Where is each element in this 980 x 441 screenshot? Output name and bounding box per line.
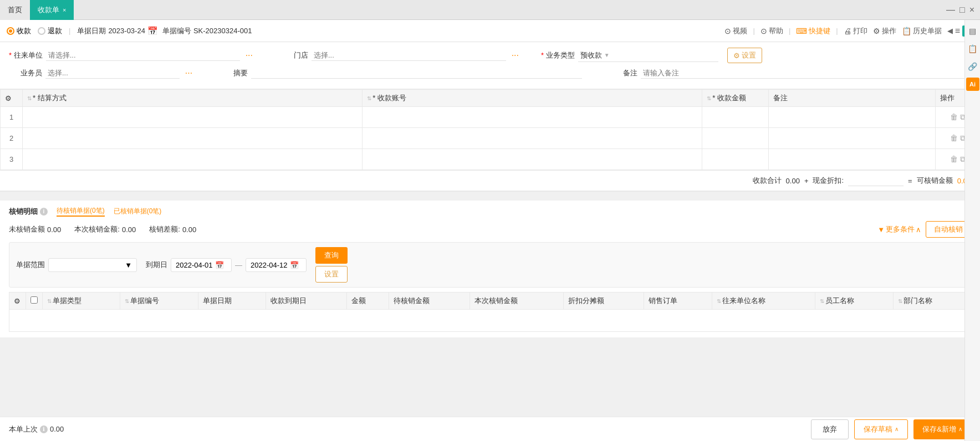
history-icon: 📋	[902, 27, 911, 35]
store-more-btn[interactable]: ···	[512, 50, 519, 60]
row1-settle[interactable]	[23, 107, 363, 128]
filter-icon: ▼	[877, 225, 885, 234]
minimize-btn[interactable]: —	[946, 5, 955, 15]
plus-sign: +	[804, 177, 809, 185]
date-from-input[interactable]: 2022-04-01 📅	[171, 258, 232, 272]
reconcile-actions: ▼ 更多条件 ∧ 自动核销	[877, 221, 971, 238]
print-btn[interactable]: 🖨 打印	[844, 26, 867, 36]
range-select[interactable]: ▼	[48, 258, 137, 272]
bt-col-gear[interactable]: ⚙	[9, 293, 26, 310]
operation-btn[interactable]: ⚙ 操作	[873, 26, 896, 36]
col-amount-label: * 收款金额	[712, 93, 746, 103]
business-type-field: 业务类型 预收款 ▼	[541, 49, 718, 62]
reconcile-section: 核销明细 i 待核销单据(0笔) 已核销单据(0笔) 未核销金额 0.00 本次…	[0, 201, 980, 337]
staff-input[interactable]	[45, 68, 180, 79]
shortcut-btn[interactable]: ⌨ 快捷键	[796, 26, 830, 36]
row1-remark[interactable]	[769, 107, 936, 128]
row2-amount[interactable]	[702, 128, 769, 149]
right-sidebar: ▤ 📋 🔗 Ai	[964, 20, 980, 441]
form-row-1: 往来单位 ··· 门店 ··· 业务类型 预收款 ▼ ⚙ 设置	[9, 48, 971, 63]
row-num-2: 2	[1, 128, 23, 149]
col-gear[interactable]: ⚙	[1, 90, 23, 107]
row1-amount[interactable]	[702, 107, 769, 128]
staff-more-btn[interactable]: ···	[185, 68, 192, 78]
radio-receive-label: 收款	[17, 26, 31, 36]
sidebar-table-icon[interactable]: ▤	[966, 24, 979, 38]
col-amount: ⇅ * 收款金额	[702, 90, 769, 107]
bt-col-sales: 销售订单	[644, 293, 712, 310]
row3-remark[interactable]	[769, 149, 936, 170]
number-value: SK-20230324-001	[193, 27, 252, 35]
business-type-select[interactable]: 预收款 ▼	[578, 49, 718, 62]
bt-date-label: 单据日期	[203, 296, 232, 305]
calendar-icon[interactable]: 📅	[147, 26, 158, 36]
counterpart-input[interactable]	[46, 50, 240, 61]
bt-col-amount: 金额	[346, 293, 389, 310]
close-btn[interactable]: ×	[969, 5, 974, 15]
more-conditions-btn[interactable]: ▼ 更多条件 ∧	[877, 224, 921, 234]
radio-receive[interactable]: 收款	[7, 26, 31, 36]
summary-label: 摘要	[215, 68, 248, 78]
col-operation-label: 操作	[940, 94, 955, 102]
counterpart-more-btn[interactable]: ···	[246, 50, 253, 60]
range-field: 单据范围 ▼	[16, 258, 137, 272]
sidebar-doc-icon[interactable]: 📋	[966, 42, 979, 55]
pending-tab[interactable]: 待核销单据(0笔)	[57, 206, 105, 217]
nav-left-icon[interactable]: ◀	[947, 27, 953, 35]
select-all-checkbox[interactable]	[30, 296, 38, 304]
discount-input[interactable]	[848, 175, 904, 186]
col-settle-label: * 结算方式	[33, 93, 67, 103]
store-input[interactable]	[312, 50, 506, 61]
row3-account[interactable]	[363, 149, 702, 170]
current-tab-label: 收款单	[38, 5, 59, 15]
settings-btn[interactable]: ⚙ 设置	[727, 48, 762, 63]
list-view-icon[interactable]: ≡	[955, 26, 960, 36]
row3-amount[interactable]	[702, 149, 769, 170]
form-row-2: 业务员 ··· 摘要 备注	[9, 68, 971, 79]
bt-sales-label: 销售订单	[649, 296, 677, 305]
row-num-1: 1	[1, 107, 23, 128]
draft-btn[interactable]: 保存草稿 ∧	[854, 419, 908, 439]
filter-settings-label: 设置	[324, 270, 339, 278]
save-new-btn[interactable]: 保存&新增 ∧	[913, 419, 971, 439]
footer-info-icon[interactable]: ℹ	[40, 425, 48, 433]
row2-settle[interactable]	[23, 128, 363, 149]
query-btn[interactable]: 查询	[315, 247, 348, 264]
history-btn[interactable]: 📋 历史单据	[902, 26, 942, 36]
bt-dept-label: 部门名称	[904, 296, 932, 306]
summary-input[interactable]	[251, 68, 581, 79]
abandon-btn[interactable]: 放弃	[811, 419, 849, 439]
tab-home[interactable]: 首页	[0, 0, 30, 20]
separator2: |	[753, 27, 754, 35]
calendar-to-icon: 📅	[290, 261, 299, 269]
row1-delete-icon[interactable]: 🗑	[950, 112, 958, 122]
help-btn[interactable]: ⊙ 帮助	[760, 26, 783, 36]
bt-col-pending: 待核销金额	[389, 293, 470, 310]
col-account-label: * 收款账号	[372, 93, 406, 103]
bt-col-staff: ⇅ 员工名称	[815, 293, 893, 310]
video-btn[interactable]: ⊙ 视频	[724, 26, 747, 36]
row2-delete-icon[interactable]: 🗑	[950, 134, 958, 143]
bt-empty-cell	[9, 310, 971, 332]
save-arrow-icon: ∧	[958, 426, 962, 432]
maximize-btn[interactable]: □	[959, 5, 965, 15]
operation-icon: ⚙	[873, 27, 880, 35]
row1-account[interactable]	[363, 107, 702, 128]
sidebar-link-icon[interactable]: 🔗	[966, 60, 979, 73]
filter-settings-btn[interactable]: 设置	[315, 266, 348, 283]
range-dropdown-icon: ▼	[125, 261, 132, 269]
abandon-label: 放弃	[823, 425, 837, 433]
date-to-input[interactable]: 2022-04-12 📅	[246, 258, 307, 272]
row2-account[interactable]	[363, 128, 702, 149]
row3-delete-icon[interactable]: 🗑	[950, 155, 958, 164]
radio-refund[interactable]: 退款	[38, 26, 62, 36]
tab-current[interactable]: 收款单 ×	[30, 0, 74, 20]
sidebar-ai-icon[interactable]: Ai	[966, 78, 979, 91]
done-tab[interactable]: 已核销单据(0笔)	[114, 207, 162, 216]
remark-input[interactable]	[641, 68, 971, 79]
toolbar-right: ⊙ 视频 | ⊙ 帮助 | ⌨ 快捷键 | 🖨 打印 ⚙ 操作 📋 历史单据 ◀…	[724, 25, 973, 37]
row3-settle[interactable]	[23, 149, 363, 170]
tab-close-icon[interactable]: ×	[63, 7, 66, 13]
row2-remark[interactable]	[769, 128, 936, 149]
info-icon[interactable]: i	[40, 208, 48, 216]
